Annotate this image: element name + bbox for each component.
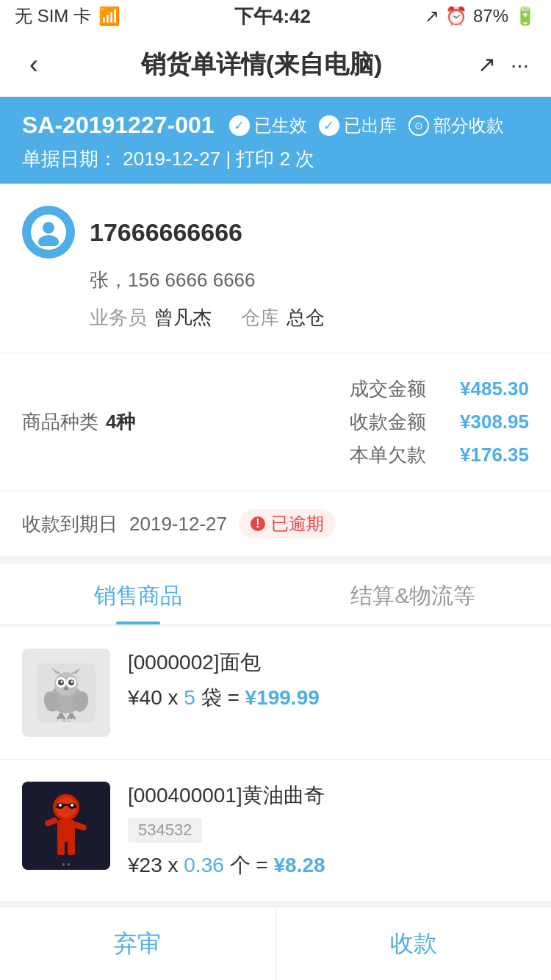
- product-price-1: ¥40 x 5 袋 = ¥199.99: [128, 684, 529, 712]
- svg-text:● ●: ● ●: [62, 861, 71, 868]
- customer-phone: 张，156 6666 6666: [22, 267, 529, 293]
- warehouse-label: 仓库: [241, 305, 279, 331]
- debt-amount-row: 本单欠款 ¥176.35: [350, 442, 529, 468]
- shipped-check-icon: ✓: [319, 115, 339, 136]
- product-equals-1: =: [227, 686, 245, 709]
- print-info: | 打印 2 次: [226, 148, 314, 170]
- collect-payment-button[interactable]: 收款: [276, 907, 552, 980]
- avatar-person-icon: [31, 215, 66, 250]
- avatar: [22, 206, 75, 259]
- battery-icon: 🔋: [514, 6, 536, 26]
- tab-settlement-logistics[interactable]: 结算&物流等: [276, 563, 551, 624]
- pay-amount-row: 收款金额 ¥308.95: [350, 409, 529, 435]
- svg-point-28: [59, 804, 62, 807]
- product-list: 量+ [0000002]面包 ¥40 x 5 袋 = ¥199.99: [0, 627, 551, 902]
- product-price-unit-1: ¥40: [128, 686, 162, 709]
- nav-right-buttons: ↗ ···: [478, 51, 529, 77]
- status-left: 无 SIM 卡 📶: [15, 4, 120, 28]
- overdue-badge: ! 已逾期: [239, 509, 336, 538]
- due-date-section: 收款到期日 2019-12-27 ! 已逾期: [0, 491, 551, 556]
- carrier-text: 无 SIM 卡: [15, 4, 91, 28]
- svg-rect-31: [57, 840, 65, 855]
- product-name-2: [000400001]黄油曲奇: [128, 782, 529, 810]
- product-qty-2: 0.36: [184, 854, 224, 876]
- salesperson-value: 曾凡杰: [154, 305, 212, 331]
- svg-point-0: [43, 222, 54, 234]
- svg-rect-30: [57, 820, 75, 842]
- salesperson-label: 业务员: [90, 305, 147, 331]
- product-price-2: ¥23 x 0.36 个 = ¥8.28: [128, 851, 529, 879]
- product-info-2: [000400001]黄油曲奇 534532 ¥23 x 0.36 个 = ¥8…: [128, 782, 529, 879]
- product-total-1: ¥199.99: [245, 686, 320, 709]
- product-image-1: 量+: [22, 649, 110, 737]
- product-total-2: ¥8.28: [273, 854, 325, 876]
- product-price-unit-2: ¥23: [128, 854, 162, 876]
- tab-settlement-logistics-label: 结算&物流等: [350, 583, 475, 608]
- status-bar: 无 SIM 卡 📶 下午4:42 ↗ ⏰ 87% 🔋: [0, 0, 551, 32]
- partial-clock-icon: ⊙: [408, 115, 429, 136]
- svg-rect-32: [68, 840, 75, 855]
- product-multiply-1: x: [168, 686, 184, 709]
- cancel-review-button[interactable]: 弃审: [0, 907, 276, 980]
- warehouse-item: 仓库 总仓: [241, 305, 325, 331]
- status-time: 下午4:42: [234, 4, 311, 29]
- tabs-section: 销售商品 结算&物流等: [0, 563, 551, 625]
- product-unit-1: 袋: [201, 686, 222, 709]
- product-equals-2: =: [256, 854, 273, 876]
- debt-amount-label: 本单欠款: [350, 442, 426, 468]
- wifi-icon: 📶: [98, 6, 120, 26]
- customer-meta: 业务员 曾凡杰 仓库 总仓: [22, 305, 529, 331]
- order-number: SA-20191227-001: [22, 112, 215, 139]
- customer-section: 17666666666 张，156 6666 6666 业务员 曾凡杰 仓库 总…: [0, 184, 551, 353]
- badge-effective-label: 已生效: [254, 114, 307, 137]
- overdue-text: 已逾期: [271, 512, 324, 536]
- more-button[interactable]: ···: [511, 52, 529, 77]
- share-button[interactable]: ↗: [478, 51, 496, 77]
- badge-effective: ✓ 已生效: [229, 114, 307, 137]
- nav-bar: ‹ 销货单详情(来自电脑) ↗ ···: [0, 32, 551, 97]
- financial-stats: 成交金额 ¥485.30 收款金额 ¥308.95 本单欠款 ¥176.35: [350, 376, 529, 468]
- doc-date-label: 单据日期：: [22, 148, 118, 170]
- product-info-1: [0000002]面包 ¥40 x 5 袋 = ¥199.99: [128, 649, 529, 712]
- badge-shipped-label: 已出库: [344, 114, 397, 137]
- svg-point-9: [61, 681, 63, 683]
- svg-point-1: [38, 235, 59, 246]
- badge-partial-payment: ⊙ 部分收款: [408, 114, 504, 137]
- due-date-value: 2019-12-27: [129, 513, 227, 536]
- product-image-2: ● ●: [22, 782, 110, 870]
- product-type-count: 商品种类 4种: [22, 376, 135, 468]
- order-header-banner: SA-20191227-001 ✓ 已生效 ✓ 已出库 ⊙ 部分收款 单据日期：…: [0, 97, 551, 184]
- product-qty-1: 5: [184, 686, 195, 709]
- overdue-exclamation-icon: !: [251, 516, 265, 531]
- product-item: 量+ [0000002]面包 ¥40 x 5 袋 = ¥199.99: [0, 627, 551, 760]
- tab-sales-goods-label: 销售商品: [94, 583, 182, 608]
- tab-sales-goods[interactable]: 销售商品: [0, 563, 276, 624]
- back-icon: ‹: [29, 49, 38, 79]
- pay-amount-value: ¥308.95: [441, 411, 529, 433]
- product-unit-2: 个: [230, 854, 251, 876]
- deal-amount-value: ¥485.30: [441, 378, 529, 400]
- svg-point-10: [71, 681, 73, 683]
- badge-partial-label: 部分收款: [433, 114, 504, 137]
- status-right: ↗ ⏰ 87% 🔋: [425, 6, 536, 26]
- warehouse-value: 总仓: [287, 305, 325, 331]
- deal-amount-row: 成交金额 ¥485.30: [350, 376, 529, 402]
- customer-info-row: 17666666666: [22, 206, 529, 259]
- deal-amount-label: 成交金额: [350, 376, 426, 402]
- product-tag-2: 534532: [128, 818, 202, 843]
- type-count: 4种: [106, 409, 135, 435]
- svg-point-29: [71, 804, 73, 807]
- order-badges: ✓ 已生效 ✓ 已出库 ⊙ 部分收款: [229, 114, 504, 137]
- debt-amount-value: ¥176.35: [441, 444, 529, 466]
- product-name-1: [0000002]面包: [128, 649, 529, 677]
- product-item-2: ● ● [000400001]黄油曲奇 534532 ¥23 x 0.36 个 …: [0, 760, 551, 902]
- product-multiply-2: x: [168, 854, 184, 876]
- doc-date-value: 2019-12-27: [123, 148, 220, 170]
- back-button[interactable]: ‹: [22, 42, 46, 87]
- badge-shipped: ✓ 已出库: [319, 114, 397, 137]
- order-doc-date: 单据日期： 2019-12-27 | 打印 2 次: [22, 146, 529, 172]
- effective-check-icon: ✓: [229, 115, 250, 136]
- stats-section: 商品种类 4种 成交金额 ¥485.30 收款金额 ¥308.95 本单欠款 ¥…: [0, 354, 551, 490]
- salesperson-item: 业务员 曾凡杰: [90, 305, 212, 331]
- pay-amount-label: 收款金额: [350, 409, 426, 435]
